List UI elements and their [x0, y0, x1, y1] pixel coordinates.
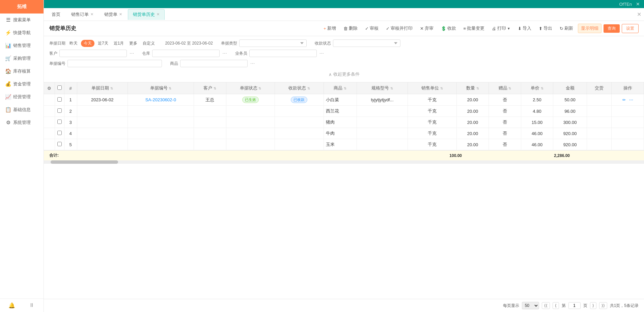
audit-button[interactable]: ✓ 审核 — [362, 24, 381, 33]
show-detail-button[interactable]: 显示明细 — [578, 24, 601, 33]
th-qty[interactable]: 数量 ⇅ — [456, 82, 489, 94]
business-dots[interactable]: ··· — [319, 50, 324, 56]
sidebar-item-sys-mgmt[interactable]: ⚙ 系统管理 — [0, 116, 44, 129]
stock-calc-icon: 🏠 — [5, 68, 11, 74]
goods-input[interactable] — [180, 60, 248, 67]
date-btn-7days[interactable]: 近7天 — [96, 40, 110, 47]
th-gear[interactable]: ⚙ — [44, 82, 55, 94]
td-checkbox[interactable] — [55, 128, 64, 139]
action-btn[interactable]: ✏ — [621, 98, 627, 102]
collapse-more-btn[interactable]: ∧ 收起更多条件 — [49, 70, 639, 79]
select-all-checkbox[interactable] — [57, 85, 62, 90]
td-transaction — [587, 117, 612, 128]
td-checkbox[interactable] — [55, 117, 64, 128]
pause-btn[interactable]: ⏸ — [23, 302, 40, 309]
th-spec[interactable]: 规格型号 ⇅ — [357, 82, 408, 94]
date-btn-more[interactable]: 更多 — [127, 40, 139, 47]
sidebar-item-basic-info[interactable]: 📋 基础信息 — [0, 103, 44, 116]
basic-info-icon: 📋 — [5, 107, 11, 113]
business-input[interactable] — [249, 50, 317, 57]
goods-dots[interactable]: ··· — [250, 60, 255, 67]
fund-mgmt-icon: 💰 — [5, 81, 11, 87]
warehouse-input[interactable] — [152, 50, 220, 57]
td-gift: 否 — [489, 94, 521, 106]
date-btn-custom[interactable]: 自定义 — [141, 40, 157, 47]
page-size-select[interactable]: 50 20 100 — [522, 302, 539, 309]
th-doc-status-label: 单据状态 — [240, 85, 257, 90]
tab-sales-delivery-close[interactable]: ✕ — [119, 12, 122, 17]
refresh-button[interactable]: ↻ 刷新 — [557, 24, 576, 33]
sidebar-item-stock-calc[interactable]: 🏠 库存核算 — [0, 65, 44, 78]
th-customer[interactable]: 客户 ⇅ — [194, 82, 226, 94]
abandon-button[interactable]: ✕ 弃审 — [417, 24, 436, 33]
td-gift: 否 — [489, 128, 521, 139]
th-unit[interactable]: 销售单位 ⇅ — [408, 82, 457, 94]
tab-home[interactable]: 首页 — [47, 9, 65, 20]
doc-no-link[interactable]: SA-20230602-0 — [145, 97, 176, 102]
td-checkbox[interactable] — [55, 139, 64, 150]
th-checkbox[interactable] — [55, 82, 64, 94]
tab-sales-delivery[interactable]: 销货单 ✕ — [99, 9, 127, 20]
audit-print-button[interactable]: ✓ 审核并打印 — [383, 24, 415, 33]
customer-filter: 客户 ··· — [49, 50, 134, 57]
tab-sales-order-close[interactable]: ✕ — [90, 12, 93, 17]
delete-button[interactable]: 🗑 删除 — [341, 24, 360, 33]
prev-page-btn[interactable]: ⟨ — [553, 302, 559, 309]
th-doc-no[interactable]: 单据编号 ⇅ — [128, 82, 194, 94]
import-button[interactable]: ⬇ 导入 — [515, 24, 534, 33]
td-gift: 否 — [489, 106, 521, 117]
tab-bar-close[interactable]: ✕ — [637, 11, 641, 18]
batch-change-button[interactable]: ≡ 批量变更 — [461, 24, 487, 33]
receive-button[interactable]: 💲 收款 — [438, 24, 459, 33]
sidebar-item-fund-mgmt[interactable]: 💰 资金管理 — [0, 78, 44, 90]
customer-dots[interactable]: ··· — [130, 50, 134, 56]
date-btn-today[interactable]: 今天 — [81, 40, 94, 47]
sidebar-item-label: 搜索菜单 — [13, 17, 31, 23]
new-button[interactable]: + 新增 — [321, 24, 339, 33]
action-btn[interactable]: ⋯ — [628, 98, 634, 102]
first-page-btn[interactable]: ⟨⟨ — [542, 302, 550, 309]
top-close-btn[interactable]: ✕ — [636, 1, 640, 7]
last-page-btn[interactable]: ⟩⟩ — [599, 302, 607, 309]
row-checkbox[interactable] — [57, 97, 62, 102]
td-checkbox[interactable] — [55, 94, 64, 106]
row-checkbox[interactable] — [57, 108, 62, 113]
th-unit-price[interactable]: 单价 ⇅ — [521, 82, 553, 94]
th-payment-status[interactable]: 收款状态 ⇅ — [275, 82, 324, 94]
th-gift[interactable]: 赠品 ⇅ — [489, 82, 521, 94]
horizontal-scrollbar[interactable] — [44, 160, 644, 164]
td-goods: 小白菜 — [324, 94, 357, 106]
sidebar-item-quick-nav[interactable]: ⚡ 快捷导航 — [0, 26, 44, 39]
ops-mgmt-icon: 📈 — [5, 94, 11, 100]
row-checkbox[interactable] — [57, 131, 62, 135]
scrollbar-thumb[interactable] — [51, 160, 118, 164]
tab-sales-history[interactable]: 销货单历史 ✕ — [128, 9, 165, 20]
sidebar-item-sales-mgmt[interactable]: 📊 销售管理 — [0, 39, 44, 52]
row-checkbox[interactable] — [57, 120, 62, 124]
query-button[interactable]: 查询 — [604, 24, 620, 33]
print-button[interactable]: 🖨 打印 ▼ — [489, 24, 513, 33]
date-btn-1month[interactable]: 近1月 — [112, 40, 126, 47]
notification-btn[interactable]: 🔔 — [3, 302, 21, 309]
doc-type-select[interactable] — [239, 40, 307, 47]
sidebar-item-purchase-mgmt[interactable]: 🛒 采购管理 — [0, 52, 44, 65]
th-goods[interactable]: 商品 ⇅ — [324, 82, 357, 94]
date-btn-yesterday[interactable]: 昨天 — [67, 40, 80, 47]
setting-button[interactable]: 设置 — [622, 24, 639, 33]
payment-status-select[interactable] — [333, 40, 400, 47]
row-checkbox[interactable] — [57, 142, 62, 146]
customer-input[interactable] — [59, 50, 127, 57]
sidebar-item-search-menu[interactable]: ☰ 搜索菜单 — [0, 14, 44, 26]
doc-no-input[interactable] — [67, 60, 162, 67]
th-date[interactable]: 单据日期 ⇅ — [77, 82, 128, 94]
th-doc-status[interactable]: 单据状态 ⇅ — [226, 82, 275, 94]
tab-sales-order[interactable]: 销售订单 ✕ — [66, 9, 99, 20]
tab-sales-history-close[interactable]: ✕ — [157, 12, 160, 17]
td-checkbox[interactable] — [55, 106, 64, 117]
warehouse-dots[interactable]: ··· — [222, 50, 227, 56]
export-button[interactable]: ⬆ 导出 — [536, 24, 555, 33]
sidebar-item-ops-mgmt[interactable]: 📈 经营管理 — [0, 90, 44, 103]
next-page-btn[interactable]: ⟩ — [590, 302, 596, 309]
page-number-input[interactable] — [568, 302, 581, 309]
td-qty: 20.00 — [456, 94, 489, 106]
